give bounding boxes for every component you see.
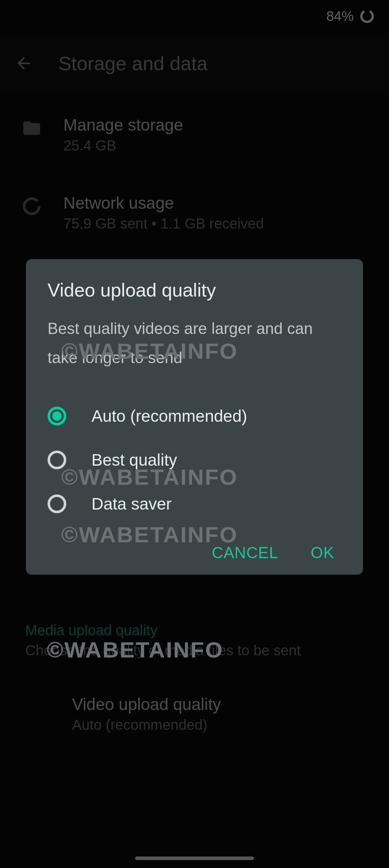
radio-option-auto[interactable]: Auto (recommended) [48,394,341,438]
radio-icon [48,407,66,425]
radio-label-saver: Data saver [91,494,171,514]
dialog-title: Video upload quality [48,279,341,301]
watermark: ©WABETAINFO [61,522,238,547]
home-indicator[interactable] [135,856,254,860]
radio-icon [48,494,66,513]
watermark: ©WABETAINFO [61,338,238,364]
watermark: ©WABETAINFO [61,464,238,490]
ok-button[interactable]: OK [310,544,334,562]
watermark: ©WABETAINFO [47,637,224,663]
radio-label-auto: Auto (recommended) [91,406,247,426]
